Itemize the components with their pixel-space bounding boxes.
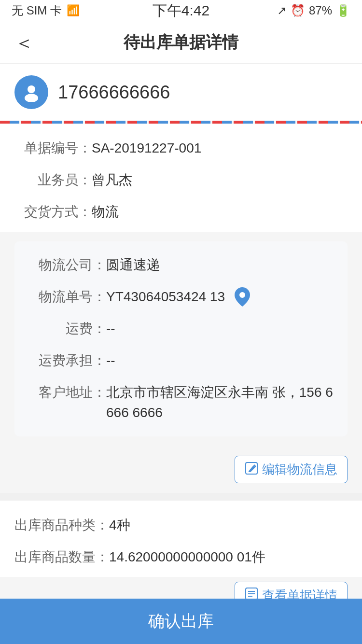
confirm-btn-container: 确认出库 <box>0 599 362 644</box>
status-right: ↗ ⏰ 87% 🔋 <box>277 4 350 17</box>
freight-label: 运费： <box>29 319 106 339</box>
address-row: 客户地址： 北京市市辖区海淀区永丰南 张，156 6666 6666 <box>29 382 333 423</box>
document-number-row: 单据编号： SA-20191227-001 <box>14 138 348 158</box>
document-info-section: 单据编号： SA-20191227-001 业务员： 曾凡杰 交货方式： 物流 <box>0 124 362 232</box>
salesperson-row: 业务员： 曾凡杰 <box>14 170 348 190</box>
freight-bear-label: 运费承担： <box>29 350 106 371</box>
customer-phone: 17666666666 <box>58 82 170 103</box>
logistics-company-label: 物流公司： <box>29 255 106 275</box>
goods-section: 出库商品种类： 4种 出库商品数量： 14.62000000000000 01件 <box>0 501 362 577</box>
goods-type-value: 4种 <box>109 515 348 535</box>
svg-point-0 <box>28 85 35 93</box>
document-number-value: SA-20191227-001 <box>92 138 348 158</box>
goods-quantity-value: 14.62000000000000 01件 <box>109 547 348 567</box>
status-left: 无 SIM 卡 📶 <box>12 3 80 18</box>
edit-logistics-label: 编辑物流信息 <box>262 461 337 478</box>
freight-bear-row: 运费承担： -- <box>29 350 333 371</box>
logistics-section: 物流公司： 圆通速递 物流单号： YT43064053424 13 运费： --… <box>14 241 348 436</box>
status-bar: 无 SIM 卡 📶 下午4:42 ↗ ⏰ 87% 🔋 <box>0 0 362 21</box>
battery-label: 87% <box>309 4 332 17</box>
alarm-icon: ⏰ <box>291 4 305 17</box>
carrier-label: 无 SIM 卡 <box>12 3 62 18</box>
freight-bear-value: -- <box>106 350 333 371</box>
delivery-value: 物流 <box>92 202 348 222</box>
avatar <box>14 75 48 109</box>
salesperson-value: 曾凡杰 <box>92 170 348 190</box>
delivery-row: 交货方式： 物流 <box>14 202 348 222</box>
wifi-icon: 📶 <box>67 4 80 17</box>
edit-logistics-button[interactable]: 编辑物流信息 <box>235 456 348 483</box>
back-button[interactable]: ＜ <box>14 33 34 52</box>
logistics-company-row: 物流公司： 圆通速递 <box>29 255 333 275</box>
logistics-tracking-row: 物流单号： YT43064053424 13 <box>29 287 333 307</box>
logistics-tracking-value-container: YT43064053424 13 <box>106 287 333 307</box>
battery-icon: 🔋 <box>336 4 350 17</box>
section-separator <box>0 493 362 501</box>
logistics-tracking-value: YT43064053424 13 <box>106 287 225 307</box>
svg-point-2 <box>239 292 245 298</box>
goods-quantity-label: 出库商品数量： <box>14 547 109 567</box>
goods-type-label: 出库商品种类： <box>14 515 109 535</box>
salesperson-label: 业务员： <box>14 170 92 190</box>
svg-point-1 <box>25 94 38 102</box>
address-value: 北京市市辖区海淀区永丰南 张，156 6666 6666 <box>106 382 333 423</box>
customer-header: 17666666666 <box>0 64 362 121</box>
goods-type-row: 出库商品种类： 4种 <box>14 515 348 535</box>
freight-row: 运费： -- <box>29 319 333 339</box>
confirm-button[interactable]: 确认出库 <box>14 610 348 632</box>
edit-icon <box>245 462 258 478</box>
freight-value: -- <box>106 319 333 339</box>
address-label: 客户地址： <box>29 382 106 403</box>
document-number-label: 单据编号： <box>14 138 92 158</box>
logistics-company-value: 圆通速递 <box>106 255 333 275</box>
logistics-tracking-label: 物流单号： <box>29 287 106 307</box>
page-title: 待出库单据详情 <box>124 31 238 54</box>
edit-logistics-btn-row: 编辑物流信息 <box>0 446 362 493</box>
delivery-label: 交货方式： <box>14 202 92 222</box>
location-icon[interactable] <box>233 287 252 307</box>
goods-quantity-row: 出库商品数量： 14.62000000000000 01件 <box>14 547 348 567</box>
nav-bar: ＜ 待出库单据详情 <box>0 21 362 64</box>
status-time: 下午4:42 <box>153 1 209 21</box>
location-icon: ↗ <box>277 4 287 17</box>
